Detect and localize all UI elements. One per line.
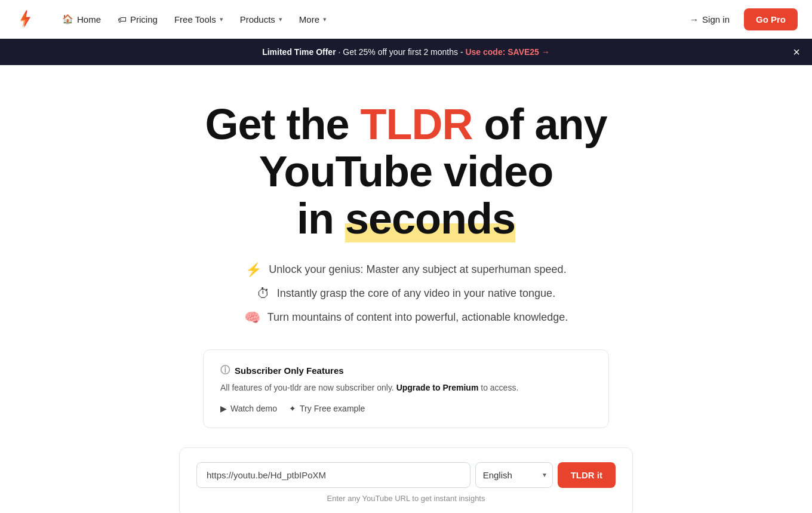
go-pro-button[interactable]: Go Pro <box>744 8 798 30</box>
features-list: ⚡ Unlock your genius: Master any subject… <box>12 262 800 325</box>
info-circle-icon: ⓘ <box>220 364 230 377</box>
banner-offer-label: Limited Time Offer <box>262 47 336 57</box>
language-selector[interactable]: English Spanish French German Japanese C… <box>475 462 553 488</box>
hero-title: Get the TLDR of any YouTube video in sec… <box>12 101 800 243</box>
tldr-submit-button[interactable]: TLDR it <box>558 462 616 488</box>
feature-text-3: Turn mountains of content into powerful,… <box>267 311 568 324</box>
youtube-url-input[interactable] <box>196 462 470 488</box>
brain-icon: 🧠 <box>244 310 260 325</box>
navbar: 🏠 Home 🏷 Pricing Free Tools ▾ Products ▾… <box>0 0 812 39</box>
banner-cta-link[interactable]: Use code: SAVE25 → <box>465 47 549 57</box>
banner-close-button[interactable]: × <box>793 45 800 59</box>
lang-chevron-icon: ▾ <box>543 471 546 479</box>
more-chevron-icon: ▾ <box>323 16 327 23</box>
products-chevron-icon: ▾ <box>279 16 282 23</box>
nav-right: → Sign in Go Pro <box>682 8 798 30</box>
clock-icon: ⏱ <box>257 286 270 302</box>
play-icon: ▶ <box>220 404 227 413</box>
nav-free-tools[interactable]: Free Tools ▾ <box>167 10 230 29</box>
home-icon: 🏠 <box>62 14 73 24</box>
sign-in-button[interactable]: → Sign in <box>682 10 737 29</box>
pricing-icon: 🏷 <box>118 14 127 24</box>
language-select-dropdown[interactable]: English Spanish French German Japanese C… <box>483 470 534 480</box>
banner-content: Limited Time Offer · Get 25% off your fi… <box>262 47 550 57</box>
logo[interactable] <box>14 8 36 30</box>
hero-title-line3: in seconds <box>297 195 515 242</box>
hero-tldr-word: TLDR <box>361 100 473 148</box>
sparkle-icon: ✦ <box>289 404 296 413</box>
info-box-title: Subscriber Only Features <box>235 365 344 376</box>
nav-products[interactable]: Products ▾ <box>233 10 290 29</box>
feature-item-3: 🧠 Turn mountains of content into powerfu… <box>244 310 568 325</box>
nav-home[interactable]: 🏠 Home <box>55 9 108 29</box>
url-input-box: English Spanish French German Japanese C… <box>179 447 633 513</box>
hero-title-line2: YouTube video <box>259 148 553 195</box>
nav-pricing[interactable]: 🏷 Pricing <box>110 10 165 29</box>
feature-text-2: Instantly grasp the core of any video in… <box>277 287 555 300</box>
try-free-button[interactable]: ✦ Try Free example <box>289 404 365 413</box>
watch-demo-button[interactable]: ▶ Watch demo <box>220 404 277 413</box>
info-box-body: All features of you-tldr are now subscri… <box>220 382 592 394</box>
feature-item-2: ⏱ Instantly grasp the core of any video … <box>257 286 555 302</box>
upgrade-link[interactable]: Upgrade to Premium <box>396 383 479 392</box>
feature-text-1: Unlock your genius: Master any subject a… <box>269 263 566 276</box>
feature-item-1: ⚡ Unlock your genius: Master any subject… <box>245 262 566 278</box>
info-box-header: ⓘ Subscriber Only Features <box>220 364 592 377</box>
banner-body: Get 25% off your first 2 months - <box>343 47 463 57</box>
nav-links: 🏠 Home 🏷 Pricing Free Tools ▾ Products ▾… <box>55 9 682 29</box>
sign-in-icon: → <box>690 14 699 24</box>
url-hint-text: Enter any YouTube URL to get instant ins… <box>196 494 616 503</box>
subscriber-info-box: ⓘ Subscriber Only Features All features … <box>203 349 609 428</box>
hero-section: Get the TLDR of any YouTube video in sec… <box>0 65 812 513</box>
promo-banner: Limited Time Offer · Get 25% off your fi… <box>0 39 812 65</box>
info-box-actions: ▶ Watch demo ✦ Try Free example <box>220 404 592 413</box>
free-tools-chevron-icon: ▾ <box>220 16 223 23</box>
url-input-row: English Spanish French German Japanese C… <box>196 462 616 488</box>
lightning-icon: ⚡ <box>245 262 262 278</box>
hero-seconds-word: seconds <box>345 195 515 242</box>
nav-more[interactable]: More ▾ <box>292 10 334 29</box>
banner-separator: · <box>339 47 341 57</box>
hero-title-line1: Get the TLDR of any <box>205 100 607 148</box>
